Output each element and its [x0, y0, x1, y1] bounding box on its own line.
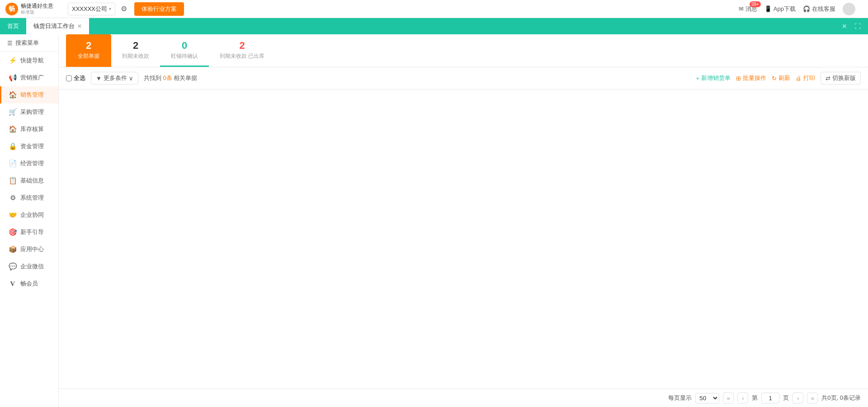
- sidebar-item-label: 资金管理: [20, 142, 44, 150]
- sidebar-item-label: 采购管理: [20, 108, 44, 116]
- stat-label-pending: 旺铺待确认: [171, 52, 198, 60]
- online-service-btn[interactable]: 🎧 在线客服: [803, 5, 835, 13]
- stat-label-overdue: 到期未收款: [122, 52, 149, 60]
- page-input[interactable]: [761, 393, 779, 403]
- page-label: 第: [752, 394, 758, 402]
- stats-tabs: 2 全部单据 2 到期未收款 0 旺铺待确认 2 到期未收款 已出库: [59, 34, 868, 67]
- tab-bar: 首页 钱货日清工作台 ✕ ✕ ⛶: [0, 18, 868, 34]
- next-page-btn[interactable]: ›: [793, 393, 803, 403]
- prev-page-btn[interactable]: ‹: [737, 393, 748, 403]
- chevron-filter-icon: ∨: [129, 75, 133, 82]
- tab-close-btn[interactable]: ✕: [77, 23, 82, 29]
- finance-icon: 🔒: [9, 142, 17, 150]
- refresh-icon: ↻: [772, 75, 777, 82]
- tab-workbench-label: 钱货日清工作台: [33, 22, 75, 30]
- first-page-btn[interactable]: «: [723, 393, 734, 403]
- app-center-icon: 📦: [9, 245, 17, 253]
- sidebar-item-label: 快捷导航: [20, 56, 44, 65]
- stat-count-overdue: 2: [122, 40, 149, 51]
- filter-icon: ▼: [96, 75, 102, 82]
- sidebar: ☰ 搜索菜单 ⚡ 快捷导航 📢 营销推广 🏠 销售管理 🛒 采购管理 🏠 库存核…: [0, 34, 59, 407]
- sidebar-item-label: 企业协同: [20, 211, 44, 219]
- tab-expand-action[interactable]: ⛶: [853, 21, 863, 32]
- app-download-label: App下载: [774, 5, 796, 13]
- sidebar-item-system[interactable]: ⚙ 系统管理: [0, 189, 58, 206]
- sidebar-item-basic-info[interactable]: 📋 基础信息: [0, 172, 58, 189]
- sidebar-item-label: 企业微信: [20, 262, 44, 271]
- refresh-btn[interactable]: ↻ 刷新: [772, 74, 790, 82]
- inventory-icon: 🏠: [9, 125, 17, 133]
- logo-icon: 畅: [5, 3, 18, 15]
- sidebar-item-quick-nav[interactable]: ⚡ 快捷导航: [0, 52, 58, 69]
- select-all-checkbox[interactable]: 全选: [66, 74, 85, 82]
- company-name: XXXXXX公司: [72, 5, 107, 13]
- last-page-btn[interactable]: »: [807, 393, 818, 403]
- avatar[interactable]: [843, 3, 855, 15]
- tab-bar-right: ✕ ⛶: [840, 21, 868, 32]
- online-service-label: 在线客服: [812, 5, 835, 13]
- logo-area: 畅 畅捷通好生意 标准版: [5, 3, 64, 15]
- system-icon: ⚙: [9, 194, 17, 202]
- sidebar-item-marketing[interactable]: 📢 营销推广: [0, 69, 58, 86]
- page-suffix: 页: [783, 394, 789, 402]
- stat-tab-overdue[interactable]: 2 到期未收款: [111, 34, 160, 67]
- tab-home-label: 首页: [7, 22, 19, 30]
- stat-tab-overdue-shipped[interactable]: 2 到期未收款 已出库: [209, 34, 275, 67]
- quick-nav-icon: ⚡: [9, 56, 17, 65]
- filter-btn[interactable]: ▼ 更多条件 ∨: [91, 72, 138, 84]
- company-selector[interactable]: XXXXXX公司 ▾: [68, 3, 115, 15]
- tab-workbench[interactable]: 钱货日清工作台 ✕: [26, 18, 89, 34]
- add-btn-label: 新增销货单: [701, 74, 731, 82]
- settings-icon-btn[interactable]: ⚙: [119, 3, 129, 15]
- sidebar-item-app-center[interactable]: 📦 应用中心: [0, 241, 58, 258]
- sidebar-item-operations[interactable]: 📄 经营管理: [0, 155, 58, 172]
- switch-icon: ⇄: [826, 75, 830, 82]
- sidebar-item-weixin[interactable]: 💬 企业微信: [0, 258, 58, 275]
- tab-home[interactable]: 首页: [0, 18, 26, 34]
- batch-operation-btn[interactable]: ⊞ 批量操作: [736, 74, 766, 82]
- print-icon: 🖨: [796, 75, 802, 82]
- print-label: 打印: [803, 74, 815, 82]
- found-text: 共找到 0条 相关单据: [144, 74, 197, 82]
- stat-label-overdue-shipped: 到期未收款 已出库: [220, 52, 264, 60]
- experience-btn[interactable]: 体验行业方案: [134, 2, 184, 16]
- guide-icon: 🎯: [9, 228, 17, 236]
- search-menu[interactable]: ☰ 搜索菜单: [0, 34, 58, 52]
- search-menu-label: 搜索菜单: [15, 39, 39, 47]
- sidebar-item-label: 营销推广: [20, 74, 44, 82]
- sidebar-item-inventory[interactable]: 🏠 库存核算: [0, 121, 58, 138]
- add-icon: +: [696, 75, 699, 82]
- sidebar-item-label: 系统管理: [20, 194, 44, 202]
- page-size-label: 每页显示: [668, 394, 692, 402]
- sidebar-item-cooperation[interactable]: 🤝 企业协同: [0, 206, 58, 224]
- weixin-icon: 💬: [9, 262, 17, 271]
- sidebar-item-purchase[interactable]: 🛒 采购管理: [0, 103, 58, 121]
- tab-close-action[interactable]: ✕: [840, 21, 849, 32]
- message-btn[interactable]: ✉ 消息 99+: [739, 5, 757, 13]
- select-all-input[interactable]: [66, 75, 72, 81]
- batch-label: 批量操作: [743, 74, 766, 82]
- stat-tab-all[interactable]: 2 全部单据: [66, 34, 111, 67]
- operations-icon: 📄: [9, 159, 17, 168]
- app-download-btn[interactable]: 📱 App下载: [764, 5, 796, 13]
- stat-tab-pending[interactable]: 0 旺铺待确认: [160, 34, 209, 67]
- switch-version-btn[interactable]: ⇄ 切换新版: [821, 72, 861, 84]
- stat-label-all: 全部单据: [77, 52, 100, 60]
- sidebar-item-sales[interactable]: 🏠 销售管理: [0, 86, 58, 103]
- cooperation-icon: 🤝: [9, 211, 17, 219]
- sidebar-item-finance[interactable]: 🔒 资金管理: [0, 138, 58, 155]
- batch-icon: ⊞: [736, 75, 741, 82]
- found-count: 0条: [163, 75, 172, 81]
- page-size-select[interactable]: 50 100 200: [695, 393, 719, 403]
- member-icon: V: [9, 280, 17, 288]
- sidebar-item-label: 基础信息: [20, 177, 44, 185]
- add-sales-order-btn[interactable]: + 新增销货单: [696, 74, 731, 82]
- select-all-label: 全选: [74, 74, 85, 82]
- marketing-icon: 📢: [9, 74, 17, 82]
- toolbar: 全选 ▼ 更多条件 ∨ 共找到 0条 相关单据 + 新增销货单 ⊞ 批量操作: [59, 67, 868, 89]
- print-btn[interactable]: 🖨 打印: [796, 74, 815, 82]
- phone-icon: 📱: [764, 5, 772, 12]
- sidebar-item-guide[interactable]: 🎯 新手引导: [0, 224, 58, 241]
- sidebar-item-member[interactable]: V 畅会员: [0, 275, 58, 292]
- header-right: ✉ 消息 99+ 📱 App下载 🎧 在线客服: [739, 3, 863, 15]
